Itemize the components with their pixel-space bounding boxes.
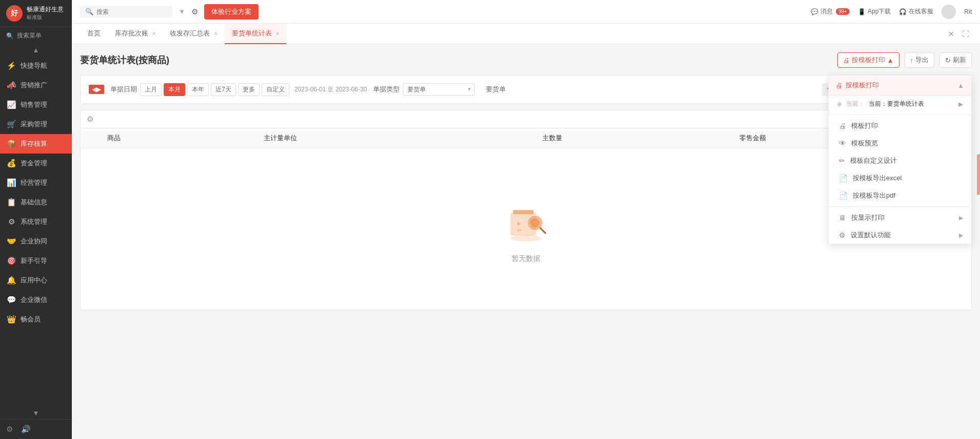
default-function-icon: ⚙ [839, 231, 846, 239]
date-btn-this-year[interactable]: 本年 [187, 83, 209, 96]
empty-state-text: 暂无数据 [512, 254, 540, 263]
dropdown-template-print[interactable]: 🖨 模板打印 [829, 117, 971, 135]
sidebar-item-appstore[interactable]: 🔔 应用中心 [0, 271, 72, 290]
date-filter-item: 单据日期 上月 本月 本年 近7天 更多 自定义 2023-06-01 至 20… [110, 83, 367, 96]
page-actions: 🖨 按模板打印 ▲ ↑ 导出 ↻ 刷新 [837, 52, 972, 68]
dropdown-display-print[interactable]: 🖥 按显示打印 ▶ [829, 209, 971, 226]
date-btn-last-month[interactable]: 上月 [140, 83, 162, 96]
sidebar-item-coop[interactable]: 🤝 企业协同 [0, 232, 72, 251]
template-print-dropdown: 🖨 按模板打印 ▲ ⊕ 当前： 当前：要货单统计表 ▶ 🖨 模板打印 👁 [828, 75, 972, 244]
tab-batch-account-close[interactable]: × [152, 30, 155, 36]
date-filter: 上月 本月 本年 近7天 更多 自定义 [140, 83, 289, 96]
template-preview-icon: 👁 [839, 139, 846, 147]
user-avatar[interactable] [942, 5, 956, 19]
sidebar-item-member[interactable]: 👑 畅会员 [0, 310, 72, 329]
table-settings-icon[interactable]: ⚙ [87, 114, 93, 124]
sidebar-item-system[interactable]: ⚙ 系统管理 [0, 212, 72, 232]
sidebar-settings-icon[interactable]: ⚙ [6, 425, 13, 434]
th-checkbox [81, 128, 101, 148]
inventory-icon: 📦 [6, 139, 16, 148]
tab-home[interactable]: 首页 [80, 24, 108, 44]
dropdown-export-pdf[interactable]: 📄 按模板导出pdf [829, 187, 971, 204]
tab-order-stats-close[interactable]: × [276, 30, 279, 36]
current-template-icon: ⊕ [837, 101, 842, 108]
dropdown-default-function[interactable]: ⚙ 设置默认功能 ▶ [829, 226, 971, 244]
sidebar-item-purchase[interactable]: 🛒 采购管理 [0, 114, 72, 134]
sidebar-item-wechat[interactable]: 💬 企业微信 [0, 290, 72, 310]
template-print-item-icon: 🖨 [839, 122, 846, 130]
appstore-icon: 🔔 [6, 276, 16, 285]
date-btn-custom[interactable]: 自定义 [262, 83, 289, 96]
system-icon: ⚙ [6, 217, 16, 226]
tabs-bar: 首页 库存批次账 × 收发存汇总表 × 要货单统计表 × ✕ ⛶ [72, 24, 980, 44]
dropdown-title: 按模板打印 [846, 81, 879, 90]
display-print-icon: 🖥 [839, 214, 846, 222]
current-template-label: ⊕ 当前： 当前：要货单统计表 ▶ [829, 96, 971, 112]
quick-nav-icon: ⚡ [6, 61, 16, 70]
sidebar-item-finance[interactable]: 💰 资金管理 [0, 154, 72, 173]
sidebar-item-inventory[interactable]: 📦 库存核算 [0, 134, 72, 154]
sidebar-item-marketing[interactable]: 📣 营销推广 [0, 75, 72, 95]
dropdown-divider-1 [829, 114, 971, 115]
sidebar-scroll-up[interactable]: ▲ [0, 44, 72, 56]
sidebar-item-basic[interactable]: 📋 基础信息 [0, 193, 72, 212]
sidebar-logo: 好 畅康通好生意 标准版 [0, 0, 72, 27]
sidebar-item-operation[interactable]: 📊 经营管理 [0, 173, 72, 193]
topbar-search-box[interactable]: 🔍 [80, 6, 172, 17]
sidebar-item-newbie[interactable]: 🎯 新手引导 [0, 251, 72, 271]
tabs-maximize[interactable]: ⛶ [959, 28, 972, 40]
dropdown-header: 🖨 按模板打印 ▲ [829, 75, 971, 96]
default-function-chevron: ▶ [959, 232, 963, 239]
tabs-close-all[interactable]: ✕ [945, 28, 957, 40]
svg-rect-2 [513, 210, 534, 214]
sidebar-search[interactable]: 🔍 搜索菜单 [0, 27, 72, 44]
app-logo-icon: 好 [6, 5, 23, 22]
export-icon: ↑ [910, 56, 914, 64]
wechat-icon: 💬 [6, 295, 16, 304]
purchase-icon: 🛒 [6, 120, 16, 129]
tabs-extra: ✕ ⛶ [945, 28, 972, 40]
export-button[interactable]: ↑ 导出 [905, 52, 935, 68]
date-btn-more[interactable]: 更多 [238, 83, 260, 96]
tab-batch-account[interactable]: 库存批次账 × [108, 24, 163, 44]
search-icon: 🔍 [6, 32, 14, 40]
online-service-button[interactable]: 🎧 在线客服 [899, 7, 933, 16]
topbar-gear-icon[interactable]: ⚙ [191, 7, 198, 16]
goods-type-filter: 要货单 [486, 85, 506, 94]
filter-collapse-icon[interactable]: ◀▶ [89, 85, 104, 94]
template-custom-icon: ✏ [839, 157, 845, 165]
template-print-button[interactable]: 🖨 按模板打印 ▲ [837, 52, 899, 68]
main-area: 🔍 ▼ ⚙ 体验行业方案 💬 消息 99+ 📱 App下载 🎧 在线客服 Ri [72, 0, 980, 439]
username-display: Rit [964, 8, 972, 15]
export-excel-icon: 📄 [839, 174, 848, 182]
date-btn-7days[interactable]: 近7天 [211, 83, 236, 96]
topbar: 🔍 ▼ ⚙ 体验行业方案 💬 消息 99+ 📱 App下载 🎧 在线客服 Ri [72, 0, 980, 24]
type-select[interactable]: 要货单 [403, 83, 475, 96]
template-print-chevron-icon: ▲ [887, 56, 894, 64]
topbar-dropdown-icon[interactable]: ▼ [179, 8, 185, 15]
sidebar-audio-icon[interactable]: 🔊 [21, 425, 31, 434]
dropdown-export-excel[interactable]: 📄 按模板导出excel [829, 169, 971, 187]
display-print-chevron: ▶ [959, 215, 963, 221]
message-button[interactable]: 💬 消息 99+ [811, 7, 850, 16]
filter-toggle[interactable]: ◀▶ [89, 85, 104, 94]
sidebar-item-quick-nav[interactable]: ⚡ 快捷导航 [0, 56, 72, 75]
date-btn-this-month[interactable]: 本月 [164, 83, 185, 96]
svg-point-0 [511, 235, 541, 241]
tab-order-stats[interactable]: 要货单统计表 × [225, 24, 286, 44]
tab-receipt-summary[interactable]: 收发存汇总表 × [163, 24, 224, 44]
printer-icon: 🖨 [843, 56, 850, 64]
sidebar-item-sales[interactable]: 📈 销售管理 [0, 95, 72, 114]
svg-point-4 [531, 218, 540, 227]
app-download-button[interactable]: 📱 App下载 [858, 7, 891, 16]
dropdown-template-preview[interactable]: 👁 模板预览 [829, 135, 971, 152]
refresh-button[interactable]: ↻ 刷新 [939, 52, 972, 68]
right-scrollbar[interactable] [977, 154, 980, 195]
trial-button[interactable]: 体验行业方案 [204, 4, 259, 20]
tab-receipt-summary-close[interactable]: × [214, 30, 217, 36]
topbar-search-input[interactable] [96, 8, 167, 15]
sidebar-footer: ⚙ 🔊 [0, 419, 72, 439]
dropdown-template-custom[interactable]: ✏ 模板自定义设计 [829, 152, 971, 169]
sidebar-scroll-down[interactable]: ▼ [0, 407, 72, 419]
export-pdf-icon: 📄 [839, 192, 848, 200]
